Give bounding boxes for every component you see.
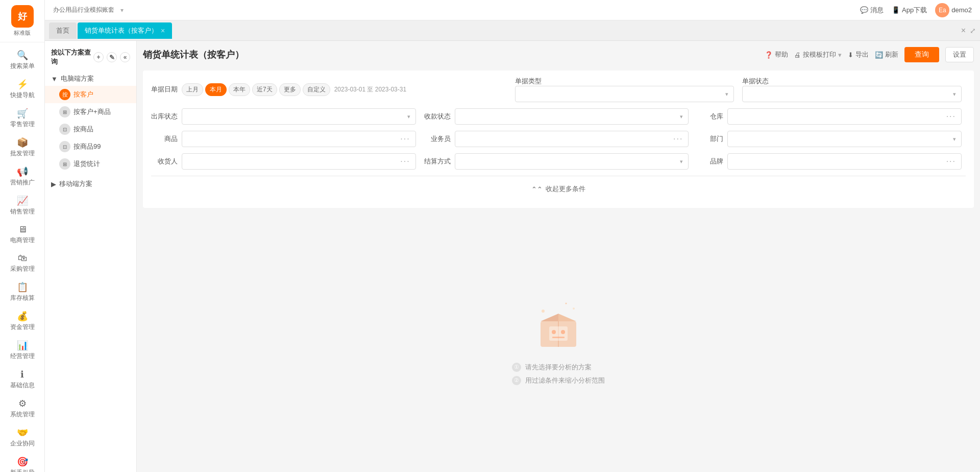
collapse-panel-button[interactable]: « — [120, 52, 130, 62]
sidebar-item-finance[interactable]: 💰 资金管理 — [0, 306, 44, 336]
date-pill-this-year[interactable]: 本年 — [229, 83, 250, 96]
department-select[interactable]: ▾ — [727, 131, 962, 147]
tree-item-label-product99: 按商品99 — [74, 142, 101, 151]
date-pill-more[interactable]: 更多 — [279, 83, 301, 96]
query-button[interactable]: 查询 — [904, 47, 939, 62]
settlement-label: 结算方式 — [424, 157, 455, 166]
export-button[interactable]: ⬇ 导出 — [848, 50, 869, 59]
left-panel: 按以下方案查询 + ✎ « ▼ 电脑端方案 按 按客户 ⊞ 按客户+商品 ⊡ — [45, 41, 137, 472]
settlement-select[interactable]: ▾ — [455, 153, 689, 170]
mobile-scheme-group: ▶ 移动端方案 — [45, 175, 136, 193]
product-cell: 商品 ··· — [151, 131, 420, 147]
page-title: 销货单统计表（按客户） — [143, 49, 244, 61]
sidebar-item-search[interactable]: 🔍 搜索菜单 — [0, 45, 44, 75]
sidebar-item-wholesale[interactable]: 📦 批发管理 — [0, 133, 44, 162]
sidebar-item-quicknav[interactable]: ⚡ 快捷导航 — [0, 75, 44, 104]
messages-button[interactable]: 💬 消息 — [860, 6, 884, 15]
mobile-scheme-label[interactable]: ▶ 移动端方案 — [45, 177, 136, 191]
sales-icon: 📈 — [17, 195, 28, 206]
right-panel: 销货单统计表（按客户） ❓ 帮助 🖨 按模板打印 ▾ ⬇ 导出 — [137, 41, 980, 472]
export-icon: ⬇ — [848, 51, 853, 59]
order-status-label: 单据状态 — [742, 77, 773, 85]
sidebar-item-purchase[interactable]: 🛍 采购管理 — [0, 249, 44, 277]
recipient-select[interactable]: ··· — [182, 153, 416, 170]
operations-icon: 📊 — [17, 340, 28, 351]
order-type-select[interactable]: ▾ — [515, 86, 734, 102]
print-button[interactable]: 🖨 按模板打印 ▾ — [794, 50, 842, 59]
collapse-button[interactable]: ⌃⌃ 收起更多条件 — [531, 181, 585, 197]
sidebar: 好 标准版 🔍 搜索菜单 ⚡ 快捷导航 🛒 零售管理 📦 批发管理 📢 营销推广… — [0, 0, 45, 472]
salesperson-select[interactable]: ··· — [455, 131, 689, 147]
tree-item-label-customer_product: 按客户+商品 — [74, 107, 111, 116]
svg-point-6 — [566, 302, 567, 304]
tree-item-product99[interactable]: ⊡ 按商品99 — [45, 138, 136, 155]
date-range-text: 2023-03-01 至 2023-03-31 — [334, 85, 406, 94]
tree-item-return_stats[interactable]: ⊞ 退货统计 — [45, 155, 136, 173]
print-dropdown-icon[interactable]: ▾ — [838, 51, 842, 59]
mobile-group-text: 移动端方案 — [59, 179, 92, 188]
salesperson-cell: 业务员 ··· — [420, 131, 693, 147]
edit-scheme-button[interactable]: ✎ — [107, 52, 117, 62]
sidebar-item-label-system: 系统管理 — [10, 410, 35, 419]
brand-select[interactable]: ··· — [727, 153, 962, 170]
date-pill-last-month[interactable]: 上月 — [182, 83, 203, 96]
filter-row-4: 收货人 ··· 结算方式 ▾ 品牌 — [151, 153, 966, 170]
sidebar-item-inventory[interactable]: 📋 库存核算 — [0, 277, 44, 306]
collection-select[interactable]: ▾ — [455, 108, 689, 125]
username-label: demo2 — [951, 6, 972, 14]
add-scheme-button[interactable]: + — [93, 52, 104, 62]
user-menu[interactable]: Ea demo2 — [935, 3, 972, 17]
desktop-scheme-label[interactable]: ▼ 电脑端方案 — [45, 72, 136, 86]
product-select[interactable]: ··· — [182, 131, 416, 147]
date-pill-this-month[interactable]: 本月 — [205, 83, 227, 96]
ecommerce-icon: 🖥 — [18, 224, 27, 235]
filter-row-1: 单据日期 上月 本月 本年 近7天 更多 自定义 2023-03-01 至 20… — [151, 77, 966, 102]
left-panel-header: 按以下方案查询 + ✎ « — [45, 45, 136, 69]
message-icon: 💬 — [860, 6, 868, 14]
logo-icon: 好 — [11, 5, 34, 28]
marketing-icon: 📢 — [17, 166, 28, 177]
desktop-scheme-group: ▼ 电脑端方案 按 按客户 ⊞ 按客户+商品 ⊡ 按商品 ⊡ 按商品99 ⊞ 退… — [45, 69, 136, 175]
sidebar-item-ecommerce[interactable]: 🖥 电商管理 — [0, 220, 44, 249]
step-2-icon: ② — [512, 376, 521, 385]
sidebar-item-sales[interactable]: 📈 销售管理 — [0, 191, 44, 220]
sidebar-item-newguide[interactable]: 🎯 新手引导 — [0, 452, 44, 472]
expand-icon[interactable]: ⤢ — [970, 27, 976, 35]
sidebar-item-operations[interactable]: 📊 经营管理 — [0, 336, 44, 365]
order-type-label: 单据类型 — [515, 77, 546, 85]
recipient-label: 收货人 — [151, 157, 182, 166]
sidebar-item-basic[interactable]: ℹ 基础信息 — [0, 365, 44, 394]
date-pill-custom[interactable]: 自定义 — [303, 83, 330, 96]
close-window-icon[interactable]: × — [961, 26, 966, 35]
settings-button[interactable]: 设置 — [945, 47, 974, 62]
tab-home[interactable]: 首页 — [49, 22, 77, 39]
purchase-icon: 🛍 — [18, 253, 27, 264]
tree-item-customer_product[interactable]: ⊞ 按客户+商品 — [45, 103, 136, 121]
sidebar-item-system[interactable]: ⚙ 系统管理 — [0, 394, 44, 423]
order-status-select[interactable]: ▾ — [742, 86, 962, 102]
sidebar-item-label-basic: 基础信息 — [10, 381, 35, 390]
logo-text: 标准版 — [14, 29, 31, 37]
brand-cell: 品牌 ··· — [693, 153, 966, 170]
settlement-chevron-icon: ▾ — [680, 158, 683, 165]
tab-close-icon[interactable]: × — [161, 27, 165, 35]
warehouse-select[interactable]: ··· — [727, 108, 962, 125]
tab-sales-stats[interactable]: 销货单统计表（按客户） × — [78, 22, 172, 39]
date-pill-7days[interactable]: 近7天 — [252, 83, 277, 96]
sidebar-item-label-marketing: 营销推广 — [10, 178, 35, 187]
header-right: 💬 消息 📱 App下载 Ea demo2 — [860, 3, 972, 17]
sidebar-item-marketing[interactable]: 📢 营销推广 — [0, 162, 44, 191]
sidebar-item-retail[interactable]: 🛒 零售管理 — [0, 104, 44, 133]
tree-item-customer[interactable]: 按 按客户 — [45, 86, 136, 103]
retail-icon: 🛒 — [17, 108, 28, 119]
tree-item-product[interactable]: ⊡ 按商品 — [45, 121, 136, 138]
outbound-label: 出库状态 — [151, 112, 182, 121]
app-download-button[interactable]: 📱 App下载 — [892, 6, 927, 15]
dropdown-chevron-icon[interactable]: ▾ — [120, 7, 124, 14]
sidebar-item-label-search: 搜索菜单 — [10, 62, 35, 70]
refresh-button[interactable]: 🔄 刷新 — [875, 50, 898, 59]
sidebar-item-enterprise[interactable]: 🤝 企业协同 — [0, 423, 44, 452]
svg-point-9 — [561, 330, 565, 334]
outbound-select[interactable]: ▾ — [182, 108, 416, 125]
help-button[interactable]: ❓ 帮助 — [765, 50, 788, 59]
